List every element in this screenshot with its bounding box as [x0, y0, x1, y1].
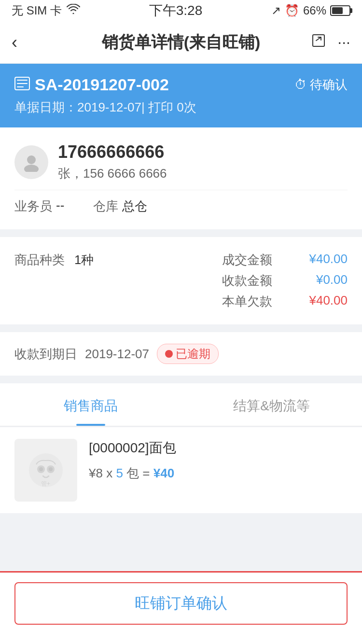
status-text: 待确认	[310, 76, 348, 93]
product-quantity: 5	[116, 466, 123, 480]
customer-phone: 17666666666	[58, 142, 167, 162]
owed-label: 本单欠款	[222, 293, 272, 310]
received-row: 收款金额 ¥0.00	[222, 272, 348, 289]
amount-label: 成交金额	[222, 252, 272, 268]
sales-label: 业务员	[14, 198, 52, 215]
page-title: 销货单详情(来自旺铺)	[102, 31, 261, 54]
order-status: ⏱ 待确认	[294, 76, 348, 93]
avatar	[14, 145, 48, 179]
nav-actions: ···	[311, 33, 350, 52]
customer-info: 17666666666 张，156 6666 6666	[58, 142, 167, 182]
status-clock-icon: ⏱	[294, 77, 307, 92]
svg-point-8	[49, 467, 53, 471]
svg-point-2	[27, 155, 36, 164]
product-total: ¥40	[153, 466, 174, 480]
tab-sales-products[interactable]: 销售商品	[0, 383, 181, 426]
product-image: 管+	[14, 439, 77, 502]
status-time: 下午3:28	[149, 1, 203, 20]
clock-icon: ⏰	[285, 4, 299, 17]
summary-card: 商品种类 1种 成交金额 ¥40.00 收款金额 ¥0.00 本单欠款 ¥40.…	[0, 237, 362, 324]
overdue-dot-icon	[165, 350, 173, 358]
order-date: 单据日期：2019-12-07| 打印 0次	[14, 99, 348, 116]
battery-icon	[330, 5, 350, 16]
owed-value: ¥40.00	[309, 293, 348, 310]
svg-rect-0	[313, 35, 324, 46]
product-name: [0000002]面包	[89, 439, 348, 457]
customer-header: 17666666666 张，156 6666 6666	[14, 142, 348, 182]
order-header-card: SA-20191207-002 ⏱ 待确认 单据日期：2019-12-07| 打…	[0, 64, 362, 127]
share-button[interactable]	[311, 33, 326, 52]
status-left: 无 SIM 卡	[12, 3, 80, 18]
status-right: ↗ ⏰ 66%	[271, 4, 350, 17]
tabs: 销售商品 结算&物流等	[0, 383, 362, 426]
divider	[14, 190, 348, 190]
product-formula: ¥8 x 5 包 = ¥40	[89, 465, 348, 482]
summary-left: 商品种类 1种	[14, 252, 181, 268]
product-card: 管+ [0000002]面包 ¥8 x 5 包 = ¥40	[0, 427, 362, 513]
order-header-top: SA-20191207-002 ⏱ 待确认	[14, 75, 348, 94]
location-icon: ↗	[271, 4, 281, 17]
order-id: SA-20191207-002	[14, 75, 169, 94]
wifi-icon	[67, 4, 80, 17]
nav-bar: ‹ 销货单详情(来自旺铺) ···	[0, 21, 362, 64]
confirm-order-button[interactable]: 旺铺订单确认	[14, 582, 348, 625]
owed-row: 本单欠款 ¥40.00	[222, 293, 348, 310]
warehouse-value: 总仓	[122, 198, 147, 215]
multiply-sign: x	[106, 466, 116, 480]
overdue-text: 已逾期	[176, 346, 210, 362]
due-card: 收款到期日 2019-12-07 已逾期	[0, 332, 362, 376]
warehouse-label: 仓库	[93, 198, 118, 215]
svg-point-3	[24, 165, 39, 172]
tab-settlement-logistics[interactable]: 结算&物流等	[181, 383, 362, 426]
warehouse-meta: 仓库 总仓	[93, 198, 147, 215]
category-label: 商品种类	[14, 252, 65, 268]
confirm-btn-container: 旺铺订单确认	[0, 571, 362, 644]
amount-value: ¥40.00	[309, 252, 348, 268]
svg-text:管+: 管+	[41, 480, 50, 487]
battery-percent: 66%	[303, 4, 326, 17]
status-bar: 无 SIM 卡 下午3:28 ↗ ⏰ 66%	[0, 0, 362, 21]
overdue-badge: 已逾期	[157, 344, 219, 364]
product-unit: 包	[126, 466, 139, 480]
category-value: 1种	[74, 252, 94, 268]
due-label: 收款到期日	[14, 346, 77, 363]
customer-card: 17666666666 张，156 6666 6666 业务员 -- 仓库 总仓	[0, 127, 362, 229]
due-date: 2019-12-07	[85, 347, 149, 362]
carrier-text: 无 SIM 卡	[12, 3, 62, 18]
product-price: ¥8	[89, 466, 103, 480]
svg-point-7	[39, 467, 43, 471]
product-info: [0000002]面包 ¥8 x 5 包 = ¥40	[89, 439, 348, 482]
back-button[interactable]: ‹	[7, 28, 22, 57]
summary-right: 成交金额 ¥40.00 收款金额 ¥0.00 本单欠款 ¥40.00	[181, 252, 348, 310]
amount-row: 成交金额 ¥40.00	[222, 252, 348, 268]
customer-meta: 业务员 -- 仓库 总仓	[14, 198, 348, 215]
received-value: ¥0.00	[316, 272, 348, 289]
customer-name: 张，156 6666 6666	[58, 165, 167, 182]
sales-meta: 业务员 --	[14, 198, 64, 215]
more-button[interactable]: ···	[337, 33, 350, 51]
received-label: 收款金额	[222, 272, 272, 289]
equal-sign: =	[142, 466, 153, 480]
sales-value: --	[56, 198, 64, 215]
order-id-icon	[14, 75, 30, 94]
